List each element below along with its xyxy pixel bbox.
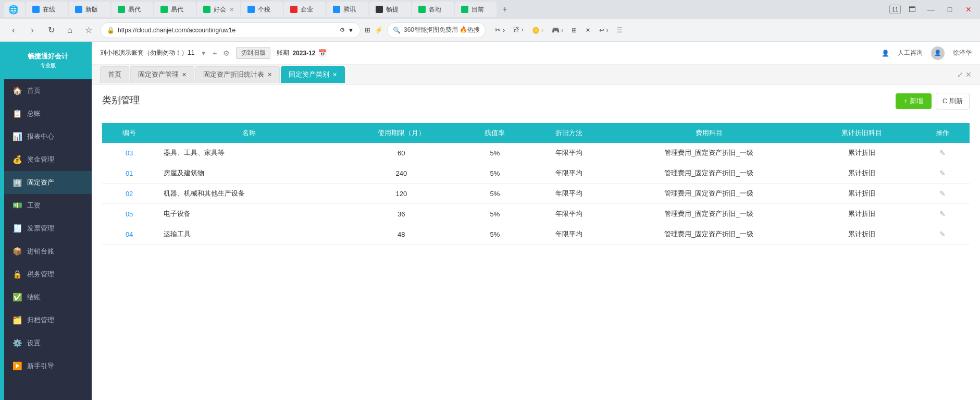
forward-button[interactable]: › (25, 23, 40, 38)
row3-code: 02 (102, 184, 156, 204)
cut-tool[interactable]: ✂ › (492, 23, 508, 38)
settings-icon-topbar[interactable]: ⚙ (223, 49, 230, 57)
page-tab-fixed-assets-mgmt[interactable]: 固定资产管理 ✕ (130, 66, 194, 83)
row5-action[interactable]: ✎ (915, 224, 970, 245)
browser-tab-muqian[interactable]: 目前 (455, 2, 497, 17)
sidebar-item-invoice[interactable]: 🧾 发票管理 (4, 217, 92, 240)
calendar-icon[interactable]: 📅 (318, 49, 327, 57)
page-tab-asset-category-close[interactable]: ✕ (332, 71, 337, 78)
refresh-button[interactable]: C 刷新 (936, 93, 970, 110)
home-button[interactable]: ⌂ (63, 23, 77, 38)
window-maximize-icon[interactable]: □ (942, 2, 957, 17)
col-expense: 费用科目 (609, 123, 809, 143)
browser-tab-yidai2[interactable]: 易代 (154, 2, 196, 17)
app-wrapper: 畅捷通好会计 专业版 🏠 首页 📋 总账 📊 报表中心 💰 资金管理 🏢 固定资… (0, 42, 980, 400)
window-minimize-icon[interactable]: — (924, 2, 938, 17)
sidebar-item-fixed-assets[interactable]: 🏢 固定资产 (4, 171, 92, 194)
row1-action[interactable]: ✎ (915, 143, 970, 163)
row3-rate: 5% (461, 184, 528, 204)
coin-tool[interactable]: 🪙 › (529, 23, 547, 38)
row2-name: 房屋及建筑物 (156, 163, 341, 184)
sidebar-item-settings[interactable]: ⚙️ 设置 (4, 332, 92, 355)
page-tab-home-label: 首页 (108, 70, 121, 79)
grid-tool[interactable]: ⊞ (568, 23, 580, 38)
page-tabs: 首页 固定资产管理 ✕ 固定资产折旧统计表 ✕ 固定资产类别 ✕ ⤢ ✕ (92, 65, 980, 84)
switch-version-button[interactable]: 切到旧版 (236, 47, 270, 59)
sidebar-label-inventory: 进销台账 (27, 247, 54, 256)
address-bar[interactable]: 🔒 https://cloud.chanjet.com/accounting/u… (100, 22, 361, 38)
page-tab-home[interactable]: 首页 (100, 66, 129, 83)
topbar-user: 刘小艳演示账套（勿删勿动！）11 (100, 49, 194, 57)
sidebar-label-funds: 资金管理 (27, 155, 54, 164)
edit-icon[interactable]: ✎ (939, 189, 946, 198)
back-button[interactable]: ‹ (6, 23, 21, 38)
window-close-icon[interactable]: ✕ (961, 2, 976, 17)
menu-tool[interactable]: ☰ (614, 23, 626, 38)
page-tab-depreciation-table-close[interactable]: ✕ (267, 71, 272, 78)
edit-icon[interactable]: ✎ (939, 149, 946, 157)
sidebar-label-tax: 税务管理 (27, 270, 54, 279)
sidebar-item-tax[interactable]: 🔒 税务管理 (4, 263, 92, 286)
window-restore-icon[interactable]: 🗔 (905, 2, 920, 17)
edit-icon[interactable]: ✎ (939, 169, 946, 177)
sidebar-item-inventory[interactable]: 📦 进销台账 (4, 240, 92, 263)
col-method: 折旧方法 (529, 123, 609, 143)
browser-tab-qiye[interactable]: 企业 (284, 2, 326, 17)
settings-icon: ⚙️ (13, 338, 22, 348)
row5-method: 年限平均 (529, 224, 609, 245)
browser-tab-haohui[interactable]: 好会 ✕ (197, 2, 240, 17)
sidebar-item-reports[interactable]: 📊 报表中心 (4, 125, 92, 148)
address-dropdown-icon[interactable]: ▼ (348, 27, 354, 33)
row5-period: 48 (341, 224, 461, 245)
browser-tab-gesui[interactable]: 个税 (241, 2, 283, 17)
sidebar-item-home[interactable]: 🏠 首页 (4, 79, 92, 102)
sidebar-item-archive[interactable]: 🗂️ 归档管理 (4, 309, 92, 332)
new-tab-button[interactable]: + (498, 2, 512, 17)
sidebar-item-funds[interactable]: 💰 资金管理 (4, 148, 92, 171)
search-icon: 🔍 (393, 27, 401, 34)
page-tab-depreciation-table[interactable]: 固定资产折旧统计表 ✕ (195, 66, 280, 83)
game-tool[interactable]: 🎮 › (549, 23, 566, 38)
col-rate: 残值率 (461, 123, 528, 143)
browser-tab-tengxun[interactable]: 腾讯 (327, 2, 368, 17)
site-tools-icon[interactable]: ⚙ (340, 27, 345, 33)
browser-tab-logo[interactable]: 🌐 (4, 2, 25, 17)
page-tab-asset-category[interactable]: 固定资产类别 ✕ (281, 66, 345, 83)
row3-expense: 管理费用_固定资产折旧_一级 (609, 184, 809, 204)
search-box[interactable]: 🔍 360智能抠图免费用 🔥热搜 (387, 22, 486, 38)
reload-button[interactable]: ↻ (44, 23, 58, 38)
page-tab-fixed-assets-mgmt-close[interactable]: ✕ (182, 71, 187, 78)
sun-tool[interactable]: ☀ (582, 23, 594, 38)
consultant-label[interactable]: 人工咨询 (898, 49, 923, 57)
maximize-icon[interactable]: ⤢ (957, 70, 963, 79)
dropdown-arrow[interactable]: ▼ (201, 50, 206, 56)
inventory-icon: 📦 (13, 247, 22, 256)
home-icon: 🏠 (13, 86, 22, 95)
edit-icon[interactable]: ✎ (939, 210, 946, 218)
translate-tool[interactable]: 译 › (510, 23, 526, 38)
tab-close-icon[interactable]: ✕ (229, 6, 234, 13)
row2-action[interactable]: ✎ (915, 163, 970, 184)
sidebar-item-closeout[interactable]: ✅ 结账 (4, 286, 92, 309)
sidebar-item-guide[interactable]: ▶️ 新手引导 (4, 355, 92, 378)
bookmark-button[interactable]: ☆ (81, 23, 96, 38)
browser-tab-changti[interactable]: 畅提 (369, 2, 411, 17)
sidebar: 畅捷通好会计 专业版 🏠 首页 📋 总账 📊 报表中心 💰 资金管理 🏢 固定资… (4, 42, 92, 400)
sidebar-item-ledger[interactable]: 📋 总账 (4, 102, 92, 125)
row4-action[interactable]: ✎ (915, 204, 970, 224)
row5-rate: 5% (461, 224, 528, 245)
browser-tab-gedi[interactable]: 各地 (412, 2, 454, 17)
add-account-icon[interactable]: + (213, 49, 217, 57)
closeout-icon: ✅ (13, 293, 22, 302)
sidebar-item-payroll[interactable]: 💵 工资 (4, 194, 92, 217)
close-icon[interactable]: ✕ (965, 70, 972, 79)
browser-tab-xinban[interactable]: 新版 (69, 2, 110, 17)
add-button[interactable]: + 新增 (896, 93, 932, 109)
row1-accum: 累计折旧 (809, 143, 915, 163)
browser-tab-yidai1[interactable]: 易代 (111, 2, 153, 17)
sidebar-label-payroll: 工资 (27, 201, 41, 210)
browser-tab-zaixin[interactable]: 在线 (26, 2, 68, 17)
edit-icon[interactable]: ✎ (939, 230, 946, 238)
history-tool[interactable]: ↩ › (596, 23, 611, 38)
row3-action[interactable]: ✎ (915, 184, 970, 204)
